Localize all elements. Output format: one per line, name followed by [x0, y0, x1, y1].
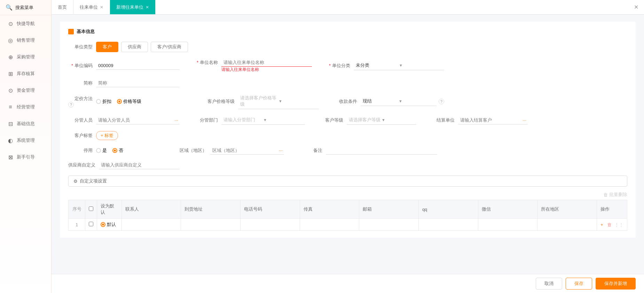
- th-contact: 联系人: [121, 200, 181, 219]
- sidebar-item-finance[interactable]: ⊙ 资金管理: [0, 82, 51, 99]
- th-region: 所在地区: [537, 200, 597, 219]
- unit-name-error: 请输入往来单位名称: [221, 67, 259, 72]
- row-fax[interactable]: [300, 219, 359, 231]
- save-button[interactable]: 保存: [566, 278, 592, 290]
- type-btn-both[interactable]: 客户/供应商: [151, 42, 188, 52]
- settlement-input[interactable]: [458, 116, 521, 124]
- unit-category-label: *单位分类: [326, 63, 354, 69]
- disabled-radio-group: 是 否: [96, 147, 123, 154]
- add-tag-button[interactable]: + 标签: [96, 131, 118, 140]
- row-qq[interactable]: [418, 219, 478, 231]
- unit-category-select[interactable]: 未分类 ▼: [354, 61, 444, 70]
- sidebar-label-basic-info: 基础信息: [17, 121, 35, 127]
- sidebar-item-quick-nav[interactable]: ⊙ 快捷导航: [0, 15, 51, 32]
- region-input[interactable]: [541, 222, 593, 227]
- row-contact[interactable]: [121, 219, 181, 231]
- basic-info-card: 基本信息 单位类型 客户 供应商 客户/供应商: [60, 22, 636, 238]
- select-all-checkbox[interactable]: [89, 206, 93, 211]
- fax-input[interactable]: [304, 222, 356, 227]
- abbr-row: 简称: [68, 79, 627, 87]
- save-new-button[interactable]: 保存并新增: [596, 278, 636, 290]
- customer-price-level-placeholder: 请选择客户价格等级: [240, 95, 278, 107]
- tab-home[interactable]: 首页: [52, 0, 73, 14]
- finance-icon: ⊙: [7, 87, 14, 94]
- customer-price-level-label: 客户价格等级: [207, 98, 238, 105]
- unit-code-group: *单位编码: [68, 62, 180, 70]
- sidebar-label-guide: 新手引导: [17, 154, 35, 160]
- sidebar-item-operation[interactable]: ≡ 经营管理: [0, 99, 51, 115]
- area-input-wrap: ···: [210, 146, 284, 155]
- basic-info-icon: ⊟: [7, 120, 14, 127]
- tab-new-partner-close[interactable]: ✕: [146, 5, 149, 9]
- row-region[interactable]: [537, 219, 597, 231]
- tab-new-partner[interactable]: 新增往来单位 ✕: [110, 0, 156, 14]
- remark-input[interactable]: [326, 146, 437, 155]
- contact-input[interactable]: [125, 222, 178, 227]
- dept-select[interactable]: 请输入分管部门 ▼: [221, 115, 305, 125]
- unit-code-input[interactable]: [96, 62, 180, 70]
- main-area: 首页 往来单位 ✕ 新增往来单位 ✕ ✕ 基本信息 单位类型: [52, 0, 644, 293]
- sidebar-label-quick-nav: 快捷导航: [17, 21, 35, 27]
- sidebar-item-system[interactable]: ◐ 系统管理: [0, 132, 51, 149]
- row-default: 默认: [97, 219, 122, 231]
- tab-partner-list[interactable]: 往来单位 ✕: [73, 0, 110, 14]
- row-checkbox[interactable]: [85, 219, 97, 231]
- qq-input[interactable]: [422, 222, 474, 227]
- customer-level-select[interactable]: 请选择客户等级 ▼: [347, 115, 416, 125]
- supplier-custom-input[interactable]: [99, 161, 180, 169]
- sidebar-search[interactable]: 🔍 搜索菜单: [0, 0, 51, 15]
- manager-more[interactable]: ···: [173, 117, 180, 123]
- default-radio-item[interactable]: 默认: [101, 221, 118, 228]
- th-seq: 序号: [69, 200, 85, 219]
- row-email[interactable]: [359, 219, 419, 231]
- tab-partner-list-close[interactable]: ✕: [100, 5, 103, 9]
- payment-terms-select[interactable]: 现结 ▼: [361, 97, 437, 106]
- bottom-toolbar: 取消 保存 保存并新增: [52, 274, 644, 293]
- area-more[interactable]: ···: [277, 148, 284, 153]
- area-input[interactable]: [210, 146, 277, 154]
- pricing-help-icon[interactable]: ?: [68, 102, 74, 107]
- type-btn-customer[interactable]: 客户: [96, 42, 118, 52]
- manager-input[interactable]: [96, 116, 173, 124]
- sidebar-item-sales[interactable]: ◎ 销售管理: [0, 32, 51, 49]
- row-drag-handle[interactable]: ⋮⋮: [614, 222, 623, 227]
- sidebar-item-purchase[interactable]: ⊕ 采购管理: [0, 49, 51, 65]
- row-wechat[interactable]: [478, 219, 537, 231]
- abbr-input[interactable]: [96, 79, 180, 87]
- row-phone[interactable]: [240, 219, 300, 231]
- unit-name-input[interactable]: [221, 58, 312, 67]
- payment-help-icon[interactable]: ?: [439, 99, 444, 104]
- cancel-button[interactable]: 取消: [536, 278, 562, 290]
- row-select-checkbox[interactable]: [89, 222, 93, 226]
- sidebar-item-basic-info[interactable]: ⊟ 基础信息: [0, 115, 51, 132]
- row-address[interactable]: [181, 219, 241, 231]
- batch-delete-button[interactable]: 🗑 批量删除: [68, 192, 627, 198]
- unit-code-label: *单位编码: [68, 63, 96, 69]
- type-btn-supplier[interactable]: 供应商: [121, 42, 148, 52]
- disabled-yes-radio[interactable]: 是: [96, 147, 107, 154]
- email-input[interactable]: [363, 222, 415, 227]
- sidebar-item-guide[interactable]: ⊠ 新手引导: [0, 149, 51, 165]
- disabled-no-radio[interactable]: 否: [112, 147, 123, 154]
- pricing-level-radio[interactable]: 价格等级: [117, 98, 141, 105]
- yes-radio-circle: [96, 148, 101, 153]
- dept-arrow: ▼: [263, 118, 303, 122]
- row-delete-btn[interactable]: 🗑: [607, 222, 612, 227]
- custom-settings-button[interactable]: ⚙ 自定义项设置: [68, 176, 627, 187]
- th-phone: 电话号码: [240, 200, 300, 219]
- wechat-input[interactable]: [482, 222, 534, 227]
- payment-terms-value: 现结: [363, 98, 399, 104]
- phone-input[interactable]: [244, 222, 296, 227]
- customer-price-level-select[interactable]: 请选择客户价格等级 ▼: [238, 93, 319, 109]
- row-add-btn[interactable]: +: [600, 222, 603, 227]
- sidebar-search-label: 搜索菜单: [15, 5, 33, 11]
- customer-level-placeholder: 请选择客户等级: [349, 117, 382, 123]
- address-input[interactable]: [184, 222, 237, 227]
- pricing-discount-radio[interactable]: 折扣: [96, 98, 111, 105]
- customer-level-label: 客户等级: [319, 117, 347, 123]
- payment-terms-label: 收款条件: [333, 98, 361, 105]
- tab-close-all[interactable]: ✕: [628, 4, 644, 10]
- settlement-more[interactable]: ···: [521, 117, 528, 123]
- pricing-method-label: 定价方法 ?: [68, 96, 96, 107]
- sidebar-item-inventory[interactable]: ⊞ 库存核算: [0, 65, 51, 82]
